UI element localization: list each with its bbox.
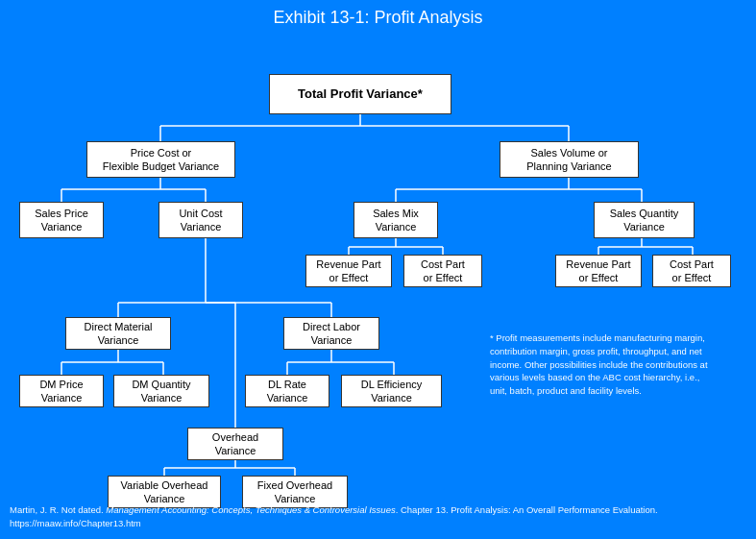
overhead-box: OverheadVariance — [187, 428, 283, 460]
direct-labor-box: Direct LaborVariance — [283, 317, 379, 350]
cost-part-effect-1-box: Cost Partor Effect — [403, 255, 482, 287]
unit-cost-box: Unit CostVariance — [159, 202, 243, 238]
total-profit-box: Total Profit Variance* — [269, 74, 451, 114]
direct-material-box: Direct MaterialVariance — [65, 317, 171, 350]
dm-quantity-box: DM QuantityVariance — [113, 375, 209, 407]
sales-volume-box: Sales Volume orPlanning Variance — [500, 141, 639, 178]
sales-quantity-box: Sales QuantityVariance — [594, 202, 695, 238]
dl-efficiency-box: DL EfficiencyVariance — [341, 375, 442, 407]
dm-price-box: DM PriceVariance — [19, 375, 104, 407]
price-cost-box: Price Cost orFlexible Budget Variance — [86, 141, 235, 178]
sales-price-box: Sales PriceVariance — [19, 202, 104, 238]
sales-mix-box: Sales MixVariance — [354, 202, 438, 238]
rev-part-effect-2-box: Revenue Partor Effect — [555, 255, 642, 287]
rev-part-effect-1-box: Revenue Partor Effect — [305, 255, 392, 287]
page-title: Exhibit 13-1: Profit Analysis — [0, 0, 756, 32]
cost-part-effect-2-box: Cost Partor Effect — [652, 255, 731, 287]
citation: Martin, J. R. Not dated. Management Acco… — [10, 503, 746, 529]
footnote-note: * Profit measurements include manufactur… — [490, 331, 711, 398]
dl-rate-box: DL RateVariance — [245, 375, 329, 407]
